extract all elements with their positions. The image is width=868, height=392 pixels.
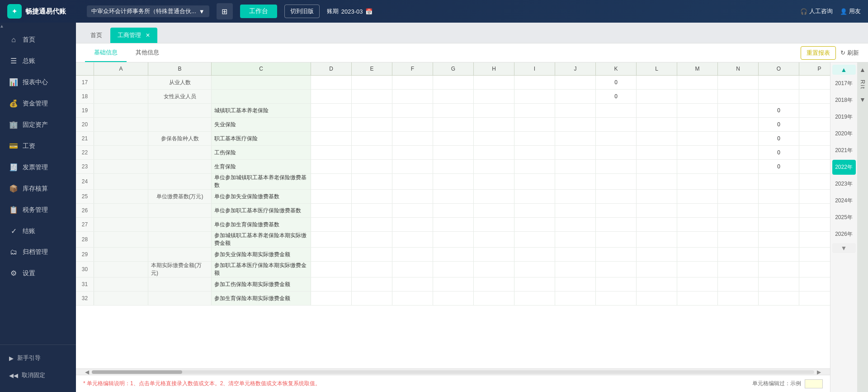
cell-28-M[interactable]	[677, 232, 718, 247]
scrollbar-thumb[interactable]	[92, 370, 182, 374]
horizontal-scrollbar[interactable]: ◀ ▶	[76, 368, 830, 375]
cell-27-D[interactable]	[311, 218, 352, 231]
cell-21-I[interactable]	[514, 132, 555, 145]
year-item-2022[interactable]: 2022年	[832, 160, 856, 175]
cell-32-D[interactable]	[311, 292, 352, 305]
panel-collapse-arrow-up[interactable]: ▲	[859, 64, 866, 75]
cell-25-C[interactable]: 单位参加失业保险缴费基数	[212, 190, 311, 203]
cell-19-C[interactable]: 城镇职工基本养老保险	[212, 104, 311, 117]
cell-27-F[interactable]	[392, 218, 433, 231]
cell-29-M[interactable]	[677, 248, 718, 261]
cell-23-F[interactable]	[392, 160, 433, 173]
cell-23-H[interactable]	[474, 160, 514, 173]
year-item-2018[interactable]: 2018年	[832, 93, 856, 108]
cell-20-O[interactable]: 0	[759, 118, 799, 131]
cell-20-D[interactable]	[311, 118, 352, 131]
cell-30-A[interactable]	[94, 262, 148, 277]
year-item-2021[interactable]: 2021年	[832, 143, 856, 158]
cell-26-M[interactable]	[677, 204, 718, 217]
cell-25-K[interactable]	[596, 190, 637, 203]
sidebar-item-tax[interactable]: 📋 税务管理	[0, 199, 76, 220]
year-item-2024[interactable]: 2024年	[832, 193, 856, 208]
cell-27-H[interactable]	[474, 218, 514, 231]
cell-31-O[interactable]	[759, 277, 799, 291]
cell-22-O[interactable]: 0	[759, 146, 799, 159]
sidebar-item-home[interactable]: ⌂ 首页	[0, 29, 76, 50]
cell-23-I[interactable]	[514, 160, 555, 173]
cell-21-J[interactable]	[555, 132, 596, 145]
cell-26-C[interactable]: 单位参加职工基本医疗保险缴费基数	[212, 204, 311, 217]
cell-29-C[interactable]: 参加失业保险本期实际缴费金额	[212, 248, 311, 261]
cell-21-N[interactable]	[718, 132, 759, 145]
cell-26-D[interactable]	[311, 204, 352, 217]
cell-17-A[interactable]	[94, 76, 148, 89]
sidebar-item-invoice[interactable]: 🧾 发票管理	[0, 157, 76, 178]
cell-24-N[interactable]	[718, 174, 759, 189]
cell-26-I[interactable]	[514, 204, 555, 217]
sub-tab-other[interactable]: 其他信息	[127, 43, 168, 62]
cell-22-H[interactable]	[474, 146, 514, 159]
cell-24-E[interactable]	[352, 174, 392, 189]
cell-31-P[interactable]	[799, 277, 830, 291]
reset-report-button[interactable]: 重置报表	[801, 46, 836, 60]
cell-24-C[interactable]: 单位参加城镇职工基本养老保险缴费基数	[212, 174, 311, 189]
cell-17-H[interactable]	[474, 76, 514, 89]
cell-27-G[interactable]	[433, 218, 474, 231]
cell-19-P[interactable]	[799, 104, 830, 117]
cell-31-M[interactable]	[677, 277, 718, 291]
cell-32-H[interactable]	[474, 292, 514, 305]
cell-19-A[interactable]	[94, 104, 148, 117]
workbench-button[interactable]: 工作台	[240, 5, 277, 18]
cell-27-J[interactable]	[555, 218, 596, 231]
sidebar-scroll-up[interactable]: ▲	[0, 23, 4, 29]
cell-22-L[interactable]	[637, 146, 677, 159]
cell-31-H[interactable]	[474, 277, 514, 291]
cell-27-I[interactable]	[514, 218, 555, 231]
switch-version-button[interactable]: 切到旧版	[284, 5, 320, 18]
cell-28-N[interactable]	[718, 232, 759, 247]
cell-24-M[interactable]	[677, 174, 718, 189]
cell-19-E[interactable]	[352, 104, 392, 117]
cell-19-L[interactable]	[637, 104, 677, 117]
cell-28-E[interactable]	[352, 232, 392, 247]
cell-24-H[interactable]	[474, 174, 514, 189]
cell-26-K[interactable]	[596, 204, 637, 217]
cell-18-H[interactable]	[474, 90, 514, 103]
cell-24-K[interactable]	[596, 174, 637, 189]
cell-27-E[interactable]	[352, 218, 392, 231]
cell-26-G[interactable]	[433, 204, 474, 217]
cell-24-D[interactable]	[311, 174, 352, 189]
sidebar-item-reports[interactable]: 📊 报表中心	[0, 72, 76, 93]
cell-17-N[interactable]	[718, 76, 759, 89]
cell-17-E[interactable]	[352, 76, 392, 89]
cell-26-N[interactable]	[718, 204, 759, 217]
cell-18-P[interactable]	[799, 90, 830, 103]
cell-32-P[interactable]	[799, 292, 830, 305]
cell-30-B[interactable]: 本期实际缴费金额(万元)	[148, 262, 212, 277]
cell-31-L[interactable]	[637, 277, 677, 291]
cell-31-C[interactable]: 参加工伤保险本期实际缴费金额	[212, 277, 311, 291]
cell-28-O[interactable]	[759, 232, 799, 247]
cell-24-A[interactable]	[94, 174, 148, 189]
cell-17-G[interactable]	[433, 76, 474, 89]
cell-24-G[interactable]	[433, 174, 474, 189]
cell-17-M[interactable]	[677, 76, 718, 89]
company-icon-btn[interactable]: ⊞	[217, 3, 233, 19]
cell-31-B[interactable]	[148, 277, 212, 291]
cell-27-K[interactable]	[596, 218, 637, 231]
year-item-2025[interactable]: 2025年	[832, 210, 856, 225]
cell-32-C[interactable]: 参加生育保险本期实际缴费金额	[212, 292, 311, 305]
cell-22-A[interactable]	[94, 146, 148, 159]
panel-collapse-arrow-down[interactable]: ▼	[859, 94, 866, 105]
cell-28-F[interactable]	[392, 232, 433, 247]
cell-32-F[interactable]	[392, 292, 433, 305]
cell-21-D[interactable]	[311, 132, 352, 145]
cell-25-D[interactable]	[311, 190, 352, 203]
cell-17-C[interactable]	[212, 76, 311, 89]
company-selector[interactable]: 中审众环会计师事务所（特殊普通合伙... ▼	[87, 5, 209, 17]
cell-23-M[interactable]	[677, 160, 718, 173]
year-item-2019[interactable]: 2019年	[832, 110, 856, 124]
cell-25-H[interactable]	[474, 190, 514, 203]
cell-31-J[interactable]	[555, 277, 596, 291]
year-item-2026[interactable]: 2026年	[832, 227, 856, 242]
